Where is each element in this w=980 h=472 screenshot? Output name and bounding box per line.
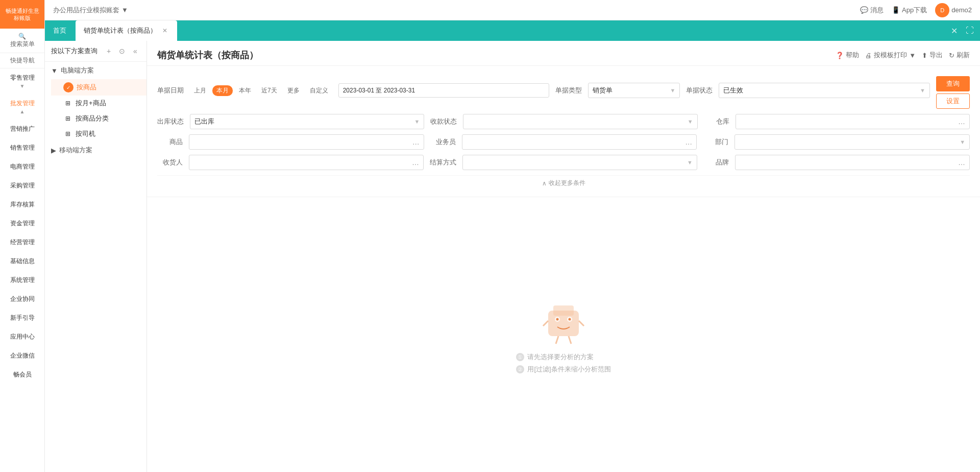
collect-status-field[interactable]: ▼ [463,114,697,129]
warehouse-field[interactable]: … [736,114,970,129]
empty-illustration [538,295,589,346]
sidebar-item-retail[interactable]: 零售管理 ▼ [0,68,44,94]
logo-sub: 标账版 [14,14,31,21]
sidebar-item-wechat[interactable]: 企业微信 [0,346,44,365]
tab-close-all-icon[interactable]: ✕ [949,24,960,38]
sidebar-search[interactable]: 🔍 搜索菜单 [0,29,44,53]
doc-status-label: 单据状态 [686,86,713,95]
message-label: 消息 [870,6,884,15]
date-range-input[interactable]: 2023-03-01 至 2023-03-31 [338,83,550,98]
warehouse-dots[interactable]: … [958,117,965,126]
sidebar-item-ecommerce[interactable]: 电商管理 [0,157,44,176]
wholesale-label: 批发管理 [10,99,35,108]
search-label: 搜索菜单 [10,40,35,48]
date-btn-custom[interactable]: 自定义 [306,85,332,96]
sidebar-item-basic[interactable]: 基础信息 [0,252,44,271]
tip-text-1: 请先选择要分析的方案 [527,352,594,362]
tree-mobile-group-header[interactable]: ▶ 移动端方案 [45,141,146,159]
right-panel: 销货单统计表（按商品） ❓ 帮助 🖨 按模板打印 ▼ ⬆ 导出 [147,41,980,472]
filter-row-2: 出库状态 已出库 ▼ 收款状态 ▼ 仓库 … [157,114,970,129]
sidebar-item-operations[interactable]: 经营管理 [0,233,44,252]
date-btn-this-year[interactable]: 本年 [235,85,255,96]
scheme-collapse-btn[interactable]: « [130,46,140,56]
payment-field[interactable]: ▼ [462,155,697,170]
recipient-dots[interactable]: … [412,158,419,167]
tree-leaf-by-product[interactable]: ✓ 按商品 [51,79,146,96]
sidebar-item-enterprise[interactable]: 企业协同 [0,290,44,309]
avatar: D [935,3,949,17]
sidebar-item-apps[interactable]: 应用中心 [0,327,44,346]
leaf-by-month-product-label: 按月+商品 [76,99,106,108]
doc-status-field[interactable]: 已生效 ▼ [719,83,930,98]
salesperson-field[interactable]: … [462,134,697,150]
sidebar-item-purchase[interactable]: 采购管理 [0,176,44,195]
collapse-bar[interactable]: ∧ 收起更多条件 [157,175,970,191]
leaf-icon-driver: ⊞ [63,129,72,138]
sidebar-item-marketing[interactable]: 营销推广 [0,120,44,138]
date-range-value: 2023-03-01 至 2023-03-31 [343,86,415,95]
tree-leaf-by-month-product[interactable]: ⊞ 按月+商品 [51,96,146,111]
scheme-edit-btn[interactable]: ⊙ [117,46,127,56]
set-button[interactable]: 设置 [936,93,970,109]
sidebar-item-guide[interactable]: 新手引导 [0,309,44,327]
header-left: 办公用品行业模拟账套 ▼ [53,6,128,15]
tree-mobile-arrow: ▶ [51,147,56,154]
date-btn-more[interactable]: 更多 [283,85,304,96]
wholesale-arrow: ▲ [20,109,25,114]
help-btn[interactable]: ❓ 帮助 [836,51,859,60]
tip-num-1: ① [516,353,524,361]
quicknav-label: 快捷导航 [10,57,35,64]
basic-label: 基础信息 [10,257,35,266]
date-btn-7days[interactable]: 近7天 [257,85,281,96]
tree-leaf-by-driver[interactable]: ⊞ 按司机 [51,126,146,141]
scheme-actions: + ⊙ « [104,46,140,56]
tip-text-2: 用[过滤]条件来缩小分析范围 [527,365,610,374]
doc-type-field[interactable]: 销货单 ▼ [588,83,680,98]
tree-leaf-by-category[interactable]: ⊞ 按商品分类 [51,111,146,126]
sidebar-item-finance[interactable]: 资金管理 [0,214,44,233]
sidebar-item-inventory[interactable]: 库存核算 [0,195,44,214]
svg-line-6 [556,336,558,344]
user-profile[interactable]: D demo2 [935,3,972,17]
sidebar-item-wholesale[interactable]: 批发管理 ▲ [0,94,44,120]
tab-home[interactable]: 首页 [45,20,75,41]
date-btn-last-month[interactable]: 上月 [190,85,210,96]
date-btn-this-month[interactable]: 本月 [212,85,233,96]
app-download-action[interactable]: 📱 App下载 [892,6,927,15]
retail-arrow: ▼ [20,83,25,89]
collapse-label: 收起更多条件 [549,179,585,187]
tree-pc-arrow: ▼ [51,67,58,75]
sidebar-item-sales[interactable]: 销售管理 [0,138,44,157]
sidebar-item-member[interactable]: 畅会员 [0,365,44,384]
left-panel-header: 按以下方案查询 + ⊙ « [45,41,146,62]
dept-field[interactable]: ▼ [734,134,970,150]
print-template-btn[interactable]: 🖨 按模板打印 ▼ [865,51,916,60]
message-action[interactable]: 💬 消息 [860,6,884,15]
breadcrumb[interactable]: 办公用品行业模拟账套 ▼ [53,6,128,15]
doc-type-label: 单据类型 [555,86,582,95]
tree-pc-group-header[interactable]: ▼ 电脑端方案 [45,62,146,79]
recipient-field[interactable]: … [189,155,424,170]
scheme-add-btn[interactable]: + [104,46,114,56]
out-status-value: 已出库 [194,117,412,126]
app-download-icon: 📱 [892,6,900,14]
tab-close-icon[interactable]: ✕ [161,27,169,35]
filter-area: 单据日期 上月 本月 本年 近7天 更多 自定义 2023-03-01 至 20… [147,66,980,197]
salesperson-dots[interactable]: … [685,138,692,146]
tree-mobile-group: ▶ 移动端方案 [45,141,146,159]
brand-dots[interactable]: … [958,158,965,167]
export-btn[interactable]: ⬆ 导出 [922,51,943,60]
sidebar-quicknav[interactable]: 快捷导航 [0,53,44,68]
product-field[interactable]: … [189,134,424,150]
sidebar-item-system[interactable]: 系统管理 [0,271,44,290]
breadcrumb-arrow: ▼ [121,6,128,14]
tab-expand-icon[interactable]: ⛶ [964,24,976,37]
selected-indicator: ✓ [63,82,74,92]
out-status-field[interactable]: 已出库 ▼ [190,114,424,129]
left-panel: 按以下方案查询 + ⊙ « ▼ 电脑端方案 ✓ 按商品 [45,41,147,472]
refresh-btn[interactable]: ↻ 刷新 [949,51,970,60]
product-dots[interactable]: … [412,138,420,146]
query-button[interactable]: 查询 [936,76,970,91]
tab-sales-stat[interactable]: 销货单统计表（按商品） ✕ [76,20,177,41]
brand-field[interactable]: … [735,155,970,170]
